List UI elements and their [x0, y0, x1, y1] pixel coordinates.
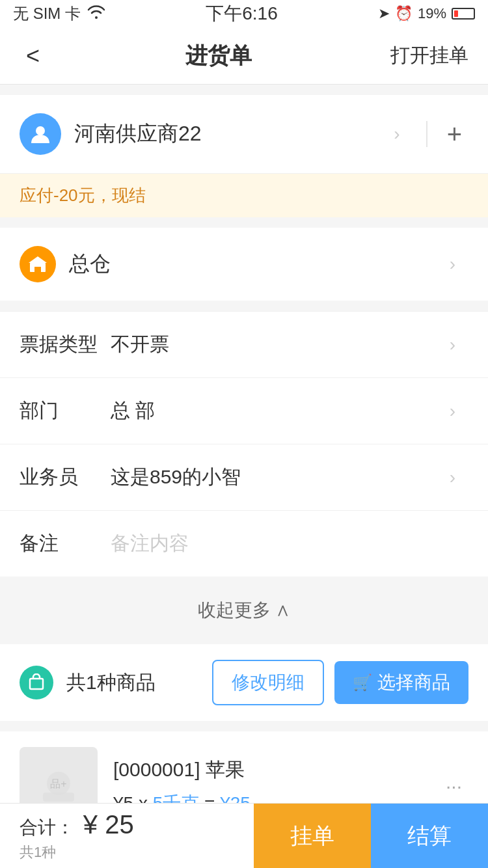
ticket-chevron-icon: › — [450, 334, 455, 355]
svg-text:品+: 品+ — [50, 778, 66, 789]
product-count-text: 共1种商品 — [66, 670, 212, 696]
section-divider-3 — [0, 301, 488, 311]
select-product-label: 选择商品 — [377, 670, 450, 695]
total-label: 合计： — [20, 817, 74, 837]
supplier-chevron-icon: › — [394, 124, 400, 144]
salesperson-chevron-icon: › — [450, 467, 455, 488]
bottom-bar: 合计： ¥ 25 共1种 挂单 结算 — [0, 803, 488, 868]
warehouse-chevron-icon: › — [450, 254, 455, 275]
wifi-icon — [87, 5, 105, 23]
form-row-dept[interactable]: 部门 总 部 › — [0, 377, 488, 444]
cart-icon: 🛒 — [353, 673, 372, 692]
svg-rect-3 — [34, 267, 41, 272]
form-placeholder-remark: 备注内容 — [111, 530, 468, 557]
section-divider-4 — [0, 634, 488, 644]
status-bar: 无 SIM 卡 下午6:16 ➤ ⏰ 19% — [0, 0, 488, 27]
form-label-ticket: 票据类型 — [20, 331, 111, 358]
open-suspend-button[interactable]: 打开挂单 — [390, 42, 468, 69]
supplier-divider — [426, 121, 427, 147]
battery-percent: 19% — [418, 5, 446, 22]
form-value-dept: 总 部 — [111, 398, 450, 424]
suspend-button[interactable]: 挂单 — [254, 804, 371, 869]
carrier-text: 无 SIM 卡 — [13, 3, 81, 24]
dept-chevron-icon: › — [450, 401, 455, 422]
product-code: [0000001] — [113, 759, 200, 780]
product-name: [0000001] 苹果 — [113, 757, 424, 783]
location-icon: ➤ — [378, 5, 390, 22]
svg-rect-4 — [30, 679, 43, 689]
alert-bar: 应付-20元，现结 — [0, 174, 488, 217]
form-value-ticket: 不开票 — [111, 331, 450, 358]
supplier-avatar — [20, 113, 61, 155]
total-amount: ¥ 25 — [83, 810, 134, 839]
warehouse-section: 总仓 › — [0, 228, 488, 301]
status-time: 下午6:16 — [206, 1, 278, 26]
modify-detail-button[interactable]: 修改明细 — [212, 660, 324, 705]
status-left: 无 SIM 卡 — [13, 3, 105, 24]
back-button[interactable]: < — [20, 36, 46, 76]
form-section: 票据类型 不开票 › 部门 总 部 › 业务员 这是859的小智 › 备注 备注… — [0, 311, 488, 576]
form-label-dept: 部门 — [20, 398, 111, 424]
svg-point-0 — [36, 126, 45, 135]
section-divider-2 — [0, 217, 488, 228]
add-supplier-button[interactable]: + — [441, 120, 468, 149]
product-header: 共1种商品 修改明细 🛒 选择商品 — [0, 644, 488, 721]
svg-rect-6 — [43, 793, 74, 802]
total-section: 合计： ¥ 25 共1种 — [0, 810, 254, 862]
supplier-section: 河南供应商22 › + 应付-20元，现结 — [0, 95, 488, 217]
form-row-salesperson[interactable]: 业务员 这是859的小智 › — [0, 444, 488, 510]
select-product-button[interactable]: 🛒 选择商品 — [334, 661, 468, 704]
section-divider-1 — [0, 85, 488, 95]
svg-marker-2 — [29, 256, 47, 263]
product-count-icon — [20, 666, 53, 699]
checkout-button[interactable]: 结算 — [371, 804, 488, 869]
supplier-row[interactable]: 河南供应商22 › + — [0, 95, 488, 174]
collapse-button[interactable]: 收起更多 ∧ — [0, 587, 488, 634]
product-title: 苹果 — [206, 759, 245, 780]
form-value-salesperson: 这是859的小智 — [111, 464, 450, 491]
alarm-icon: ⏰ — [395, 5, 413, 22]
form-label-remark: 备注 — [20, 530, 111, 557]
battery-icon — [452, 8, 475, 20]
form-row-ticket[interactable]: 票据类型 不开票 › — [0, 311, 488, 377]
form-row-remark[interactable]: 备注 备注内容 — [0, 510, 488, 576]
page-title: 进货单 — [185, 41, 252, 71]
warehouse-name: 总仓 — [69, 250, 450, 278]
form-label-salesperson: 业务员 — [20, 464, 111, 491]
product-more-button[interactable]: ··· — [439, 768, 468, 804]
total-count: 共1种 — [20, 843, 234, 862]
status-right: ➤ ⏰ 19% — [378, 5, 475, 22]
nav-bar: < 进货单 打开挂单 — [0, 27, 488, 85]
warehouse-row[interactable]: 总仓 › — [0, 228, 488, 301]
warehouse-icon — [20, 246, 56, 282]
supplier-name: 河南供应商22 — [74, 120, 394, 148]
